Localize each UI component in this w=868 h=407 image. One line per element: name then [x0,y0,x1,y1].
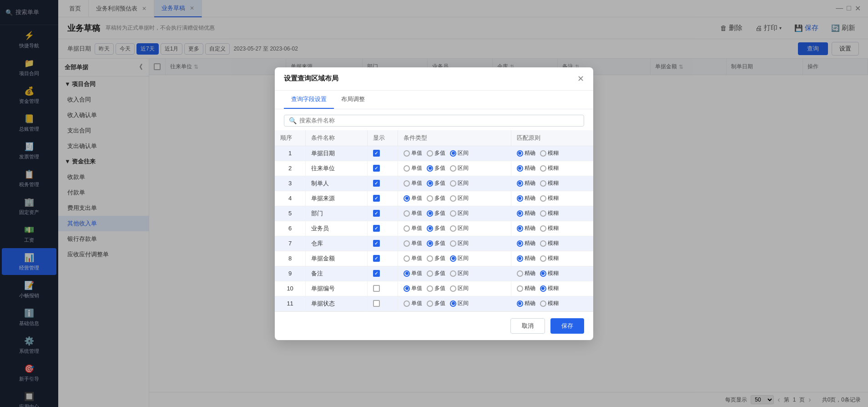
cond-radio-range[interactable]: 区间 [450,179,469,187]
cond-radio-single[interactable]: 单值 [404,270,422,277]
row-show-checkbox[interactable] [367,221,398,236]
cond-radio-range[interactable]: 区间 [450,285,469,292]
show-checkbox-9[interactable] [373,270,380,277]
radio-circle-single [404,165,410,172]
row-show-checkbox[interactable] [367,146,398,161]
cond-radio-range[interactable]: 区间 [450,300,469,307]
tab-layout[interactable]: 布局调整 [334,91,372,109]
row-show-checkbox[interactable] [367,266,398,281]
cond-radio-range[interactable]: 区间 [450,224,469,232]
cond-radio-multi[interactable]: 多值 [427,270,445,277]
match-radio-exact[interactable]: 精确 [517,149,535,157]
cond-radio-range[interactable]: 区间 [450,270,469,277]
match-radio-fuzzy[interactable]: 模糊 [540,194,559,202]
match-radio-exact[interactable]: 精确 [517,285,535,292]
cond-radio-range[interactable]: 区间 [450,149,469,157]
radio-circle-range [450,180,456,187]
match-radio-exact[interactable]: 精确 [517,270,535,277]
show-checkbox-11[interactable] [373,300,380,307]
row-match-rule: 精确模糊 [511,176,593,191]
radio-circle-multi [427,210,433,217]
cond-radio-single[interactable]: 单值 [404,179,422,187]
cancel-button[interactable]: 取消 [510,318,545,334]
cond-radio-single[interactable]: 单值 [404,300,422,307]
cond-radio-single[interactable]: 单值 [404,194,422,202]
show-checkbox-8[interactable] [373,255,380,262]
match-radio-exact[interactable]: 精确 [517,209,535,217]
match-radio-exact[interactable]: 精确 [517,254,535,262]
match-radio-fuzzy[interactable]: 模糊 [540,254,559,262]
match-radio-exact[interactable]: 精确 [517,179,535,187]
modal-search-input[interactable] [299,117,579,124]
row-order: 8 [275,251,306,266]
cond-radio-single[interactable]: 单值 [404,149,422,157]
cond-radio-multi[interactable]: 多值 [427,164,445,172]
tab-query-fields[interactable]: 查询字段设置 [284,91,334,109]
show-checkbox-10[interactable] [373,285,380,292]
row-show-checkbox[interactable] [367,161,398,176]
cond-radio-single[interactable]: 单值 [404,239,422,247]
match-radio-exact[interactable]: 精确 [517,194,535,202]
match-radio-fuzzy[interactable]: 模糊 [540,224,559,232]
match-radio-exact[interactable]: 精确 [517,239,535,247]
row-show-checkbox[interactable] [367,296,398,311]
match-circle-fuzzy [540,255,546,262]
cond-radio-multi[interactable]: 多值 [427,285,445,292]
match-radio-fuzzy[interactable]: 模糊 [540,239,559,247]
cond-radio-multi[interactable]: 多值 [427,179,445,187]
row-show-checkbox[interactable] [367,236,398,251]
modal-close-button[interactable]: ✕ [577,74,584,84]
cond-radio-single[interactable]: 单值 [404,164,422,172]
row-show-checkbox[interactable] [367,191,398,206]
row-order: 11 [275,296,306,311]
modal-table-row: 11单据状态单值多值区间精确模糊 [275,296,593,311]
show-checkbox-6[interactable] [373,225,380,232]
show-checkbox-2[interactable] [373,165,380,172]
match-radio-fuzzy[interactable]: 模糊 [540,285,559,292]
row-match-rule: 精确模糊 [511,146,593,161]
modal-save-button[interactable]: 保存 [550,318,584,334]
match-radio-exact[interactable]: 精确 [517,164,535,172]
row-match-rule: 精确模糊 [511,296,593,311]
cond-radio-range[interactable]: 区间 [450,239,469,247]
cond-radio-single[interactable]: 单值 [404,254,422,262]
modal-table-row: 1单据日期单值多值区间精确模糊 [275,146,593,161]
match-circle-fuzzy [540,225,546,232]
match-radio-fuzzy[interactable]: 模糊 [540,149,559,157]
cond-radio-range[interactable]: 区间 [450,194,469,202]
show-checkbox-1[interactable] [373,150,380,157]
match-circle-fuzzy [540,300,546,307]
match-circle-fuzzy [540,180,546,187]
row-show-checkbox[interactable] [367,251,398,266]
show-checkbox-5[interactable] [373,210,380,217]
row-show-checkbox[interactable] [367,176,398,191]
cond-radio-single[interactable]: 单值 [404,285,422,292]
show-checkbox-3[interactable] [373,180,380,187]
cond-radio-multi[interactable]: 多值 [427,300,445,307]
radio-circle-single [404,300,410,307]
cond-radio-multi[interactable]: 多值 [427,194,445,202]
cond-radio-range[interactable]: 区间 [450,209,469,217]
match-radio-fuzzy[interactable]: 模糊 [540,270,559,277]
match-radio-fuzzy[interactable]: 模糊 [540,300,559,307]
cond-radio-multi[interactable]: 多值 [427,254,445,262]
show-checkbox-7[interactable] [373,240,380,247]
match-circle-fuzzy [540,285,546,292]
cond-radio-multi[interactable]: 多值 [427,149,445,157]
radio-circle-range [450,225,456,232]
cond-radio-range[interactable]: 区间 [450,164,469,172]
cond-radio-single[interactable]: 单值 [404,209,422,217]
match-radio-exact[interactable]: 精确 [517,224,535,232]
match-radio-fuzzy[interactable]: 模糊 [540,164,559,172]
cond-radio-multi[interactable]: 多值 [427,239,445,247]
row-show-checkbox[interactable] [367,281,398,296]
match-radio-fuzzy[interactable]: 模糊 [540,209,559,217]
cond-radio-multi[interactable]: 多值 [427,209,445,217]
cond-radio-range[interactable]: 区间 [450,254,469,262]
show-checkbox-4[interactable] [373,195,380,202]
match-radio-fuzzy[interactable]: 模糊 [540,179,559,187]
cond-radio-single[interactable]: 单值 [404,224,422,232]
row-show-checkbox[interactable] [367,206,398,221]
cond-radio-multi[interactable]: 多值 [427,224,445,232]
match-radio-exact[interactable]: 精确 [517,300,535,307]
